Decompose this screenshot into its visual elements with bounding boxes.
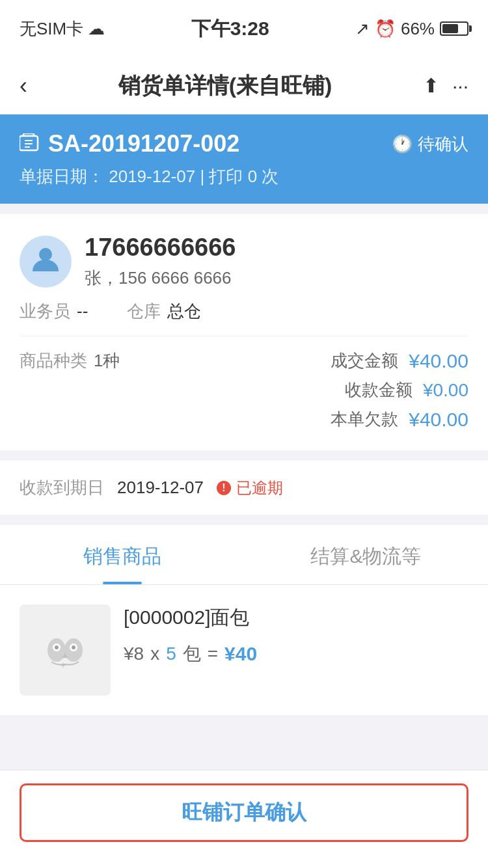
avatar [20, 236, 72, 288]
amount-section: 成交金额 ¥40.00 收款金额 ¥0.00 本单欠款 ¥40.00 [331, 349, 468, 431]
status-bar: 无SIM卡 ☁ 下午3:28 ↗ ⏰ 66% [0, 0, 488, 57]
due-date-card: 收款到期日 2019-12-07 ! 已逾期 [0, 461, 488, 515]
product-type-value: 1种 [94, 349, 120, 372]
status-clock-icon: 🕐 [392, 134, 413, 154]
product-item: + [0000002]面包 ¥8 x 5 包 = ¥40 [0, 585, 488, 715]
product-type-section: 商品种类 1种 [20, 349, 120, 372]
more-button[interactable]: ··· [452, 75, 468, 97]
order-icon [20, 130, 40, 157]
overdue-text: 已逾期 [236, 478, 283, 498]
tabs-header: 销售商品 结算&物流等 [0, 525, 488, 585]
product-total: ¥40 [224, 643, 257, 665]
svg-point-9 [55, 645, 59, 649]
customer-row: 17666666666 张，156 6666 6666 [20, 234, 468, 290]
tab-settlement[interactable]: 结算&物流等 [244, 525, 488, 584]
print-separator: | 打印 [200, 167, 247, 186]
customer-card: 17666666666 张，156 6666 6666 业务员 -- 仓库 总仓… [0, 214, 488, 450]
deal-amount-label: 成交金额 [331, 349, 398, 372]
order-date-row: 单据日期： 2019-12-07 | 打印 0 次 [20, 165, 468, 188]
received-amount-label: 收款金额 [345, 379, 413, 401]
owe-amount-item: 本单欠款 ¥40.00 [331, 408, 468, 431]
summary-row: 商品种类 1种 成交金额 ¥40.00 收款金额 ¥0.00 本单欠款 ¥40.… [20, 349, 468, 431]
warehouse-item: 仓库 总仓 [127, 300, 201, 323]
salesperson-label: 业务员 [20, 300, 70, 323]
back-button[interactable]: ‹ [20, 72, 27, 100]
divider [20, 336, 468, 336]
carrier-text: 无SIM卡 ☁ [20, 18, 105, 40]
tab-products[interactable]: 销售商品 [0, 525, 244, 584]
unit-label: 包 [183, 642, 201, 666]
battery-text: 66% [401, 19, 435, 39]
warehouse-label: 仓库 [127, 300, 161, 323]
product-thumbnail: + [20, 604, 111, 696]
status-left: 无SIM卡 ☁ [20, 18, 105, 40]
print-count: 0 [248, 167, 257, 186]
customer-meta: 业务员 -- 仓库 总仓 [20, 300, 468, 323]
svg-point-10 [72, 645, 75, 649]
battery-fill [442, 24, 458, 33]
tabs-section: 销售商品 结算&物流等 + [0000002]面包 ¥8 [0, 525, 488, 715]
overdue-icon: ! [217, 481, 231, 495]
price-separator: x [150, 644, 159, 664]
share-button[interactable]: ⬆ [423, 74, 439, 97]
product-info: [0000002]面包 ¥8 x 5 包 = ¥40 [124, 604, 468, 666]
order-id-text: SA-20191207-002 [48, 130, 239, 157]
due-date-label: 收款到期日 [20, 476, 104, 499]
deal-amount-item: 成交金额 ¥40.00 [331, 349, 468, 372]
owe-amount-value: ¥40.00 [409, 409, 468, 431]
nav-bar: ‹ 销货单详情(来自旺铺) ⬆ ··· [0, 57, 488, 115]
customer-phone: 17666666666 [85, 234, 236, 262]
warehouse-value: 总仓 [167, 300, 201, 323]
salesperson-item: 业务员 -- [20, 300, 88, 323]
svg-point-4 [39, 248, 52, 261]
confirm-button[interactable]: 旺铺订单确认 [20, 783, 468, 842]
location-icon: ↗ [355, 19, 370, 39]
nav-actions: ⬆ ··· [423, 74, 468, 97]
status-time: 下午3:28 [191, 16, 269, 42]
avatar-icon [30, 243, 61, 280]
order-id: SA-20191207-002 [20, 130, 239, 157]
overdue-badge: ! 已逾期 [217, 478, 283, 498]
product-type-label: 商品种类 [20, 349, 87, 372]
customer-details: 17666666666 张，156 6666 6666 [85, 234, 236, 290]
date-label: 单据日期： [20, 167, 104, 186]
svg-text:+: + [61, 660, 66, 670]
product-quantity: 5 [166, 644, 176, 664]
print-suffix: 次 [262, 167, 278, 186]
unit-price: ¥8 [124, 644, 144, 664]
received-amount-value: ¥0.00 [423, 380, 468, 401]
received-amount-item: 收款金额 ¥0.00 [345, 379, 468, 401]
bottom-bar: 旺铺订单确认 [0, 770, 488, 868]
order-id-row: SA-20191207-002 🕐 待确认 [20, 130, 468, 157]
status-right: ↗ ⏰ 66% [355, 19, 468, 39]
product-name: [0000002]面包 [124, 604, 468, 631]
deal-amount-value: ¥40.00 [409, 350, 468, 372]
alarm-icon: ⏰ [375, 19, 396, 39]
customer-name: 张，156 6666 6666 [85, 267, 236, 290]
salesperson-value: -- [77, 301, 88, 321]
due-date-value: 2019-12-07 [117, 478, 204, 498]
equals-sign: = [208, 644, 218, 664]
page-title: 销货单详情(来自旺铺) [27, 71, 423, 101]
order-header: SA-20191207-002 🕐 待确认 单据日期： 2019-12-07 |… [0, 115, 488, 204]
date-value: 2019-12-07 [109, 167, 195, 186]
order-status-text: 待确认 [418, 133, 468, 156]
product-price-row: ¥8 x 5 包 = ¥40 [124, 642, 468, 666]
order-status: 🕐 待确认 [392, 133, 468, 156]
owe-amount-label: 本单欠款 [331, 408, 398, 431]
battery-icon [440, 21, 468, 36]
